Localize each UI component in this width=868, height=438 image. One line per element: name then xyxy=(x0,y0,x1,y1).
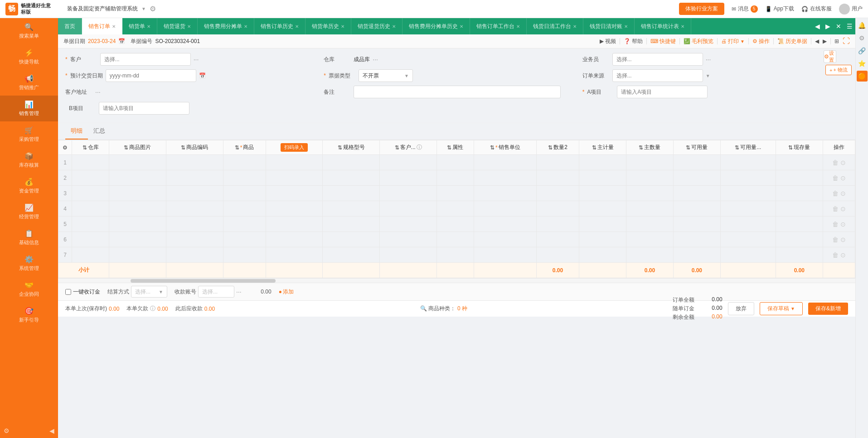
copy-icon-3[interactable]: ⊙ xyxy=(840,190,846,197)
cell-1-11[interactable] xyxy=(626,155,674,170)
sidebar-item-9[interactable]: ⚙️系统管理 xyxy=(0,250,58,276)
tab-8[interactable]: 销售费用分摊单历史✕ xyxy=(402,18,470,34)
cell-5-6[interactable] xyxy=(380,217,437,232)
help-btn[interactable]: ❓ 帮助 xyxy=(624,38,643,45)
cell-4-10[interactable] xyxy=(579,201,626,217)
cell-1-9[interactable] xyxy=(536,155,579,170)
save-draft-btn[interactable]: 保存草稿 ▼ xyxy=(760,302,803,315)
cell-5-8[interactable] xyxy=(474,217,536,232)
cell-1-5[interactable] xyxy=(323,155,380,170)
th-customer-code[interactable]: ⇅客户...ⓘ xyxy=(380,140,437,155)
cell-3-0[interactable] xyxy=(72,186,109,201)
cell-5-2[interactable] xyxy=(166,217,223,232)
sidebar-item-4[interactable]: 🛒采购管理 xyxy=(0,121,58,147)
cell-7-12[interactable] xyxy=(673,247,720,263)
save-new-btn[interactable]: 保存&新增 xyxy=(808,303,848,315)
tab-detail[interactable]: 明细 xyxy=(65,123,88,140)
tab-6[interactable]: 销货单历史✕ xyxy=(305,18,351,34)
cell-2-8[interactable] xyxy=(474,170,536,186)
cell-4-6[interactable] xyxy=(380,201,437,217)
cell-4-3[interactable] xyxy=(223,201,266,217)
cell-3-13[interactable] xyxy=(720,186,776,201)
th-product[interactable]: ⇅*商品 xyxy=(223,140,266,155)
delete-icon-5[interactable]: 🗑 xyxy=(832,221,839,228)
scroll-bar[interactable] xyxy=(58,278,855,283)
cell-4-2[interactable] xyxy=(166,201,223,217)
sidebar-item-2[interactable]: 📢营销推广 xyxy=(0,70,58,96)
cell-4-11[interactable] xyxy=(626,201,674,217)
delete-icon-1[interactable]: 🗑 xyxy=(832,159,839,166)
staff-more-icon[interactable]: ··· xyxy=(706,56,711,63)
sidebar-item-5[interactable]: 📦库存核算 xyxy=(0,147,58,173)
cell-1-4[interactable] xyxy=(266,155,323,170)
tab-7[interactable]: 销货退货历史✕ xyxy=(351,18,402,34)
cell-1-2[interactable] xyxy=(166,155,223,170)
address-more-icon[interactable]: ··· xyxy=(95,88,101,96)
cell-2-12[interactable] xyxy=(673,170,720,186)
cell-7-5[interactable] xyxy=(323,247,380,263)
cell-3-2[interactable] xyxy=(166,186,223,201)
tab-5[interactable]: 销售订单历史✕ xyxy=(254,18,305,34)
cell-1-8[interactable] xyxy=(474,155,536,170)
cell-1-14[interactable] xyxy=(776,155,823,170)
cell-2-3[interactable] xyxy=(223,170,266,186)
solution-btn[interactable]: 体验行业方案 xyxy=(679,3,724,15)
nav-prev-icon[interactable]: ◀ xyxy=(815,38,819,44)
account-select[interactable]: 选择... xyxy=(198,286,234,298)
cell-6-10[interactable] xyxy=(579,232,626,247)
sidebar-item-6[interactable]: 💰资金管理 xyxy=(0,173,58,199)
right-panel-icon-5[interactable]: 🟠 xyxy=(857,71,868,82)
history-btn[interactable]: 📜 历史单据 xyxy=(777,38,807,45)
cell-2-4[interactable] xyxy=(266,170,323,186)
delete-icon-6[interactable]: 🗑 xyxy=(832,236,839,243)
order-source-input[interactable] xyxy=(612,69,703,82)
cell-5-3[interactable] xyxy=(223,217,266,232)
cell-3-7[interactable] xyxy=(436,186,474,201)
sidebar-item-8[interactable]: 📋基础信息 xyxy=(0,225,58,250)
cell-6-7[interactable] xyxy=(436,232,474,247)
calendar-icon[interactable]: 📅 xyxy=(118,38,125,44)
cell-3-5[interactable] xyxy=(323,186,380,201)
profit-btn[interactable]: 💹 毛利预览 xyxy=(684,38,713,45)
preview-btn[interactable]: ▶ 视频 xyxy=(600,38,616,45)
messages-btn[interactable]: ✉ 消息 5 xyxy=(732,5,758,13)
cell-1-6[interactable] xyxy=(380,155,437,170)
delete-icon-3[interactable]: 🗑 xyxy=(832,190,839,197)
cell-6-9[interactable] xyxy=(536,232,579,247)
cell-6-8[interactable] xyxy=(474,232,536,247)
sidebar-item-0[interactable]: 🔍搜索菜单 xyxy=(0,18,58,44)
fullscreen-icon[interactable]: ⛶ xyxy=(843,37,850,45)
invoice-type-select[interactable]: 不开票 ▼ xyxy=(359,69,413,82)
cell-7-2[interactable] xyxy=(166,247,223,263)
th-attr[interactable]: ⇅属性 xyxy=(436,140,474,155)
delivery-calendar-icon[interactable]: 📅 xyxy=(199,72,206,79)
tab-9[interactable]: 销售订单工作台✕ xyxy=(470,18,527,34)
payment-method-select[interactable]: 选择... ▼ xyxy=(131,286,167,298)
th-current[interactable]: ⇅现存量 xyxy=(776,140,823,155)
tab-3[interactable]: 销货退货✕ xyxy=(157,18,198,34)
tab-0[interactable]: 首页 xyxy=(58,18,82,34)
cell-3-6[interactable] xyxy=(380,186,437,201)
tab-2[interactable]: 销货单✕ xyxy=(122,18,157,34)
tab-1[interactable]: 销售订单✕ xyxy=(82,18,122,34)
sidebar-item-3[interactable]: 📊销售管理 xyxy=(0,96,58,121)
collapse-icon[interactable]: ◀ xyxy=(49,427,54,434)
copy-icon-4[interactable]: ⊙ xyxy=(840,205,846,212)
customer-more-icon[interactable]: ··· xyxy=(194,56,199,63)
scan-btn[interactable]: 扫码录入 xyxy=(281,143,308,152)
tab-close-4[interactable]: ✕ xyxy=(244,24,247,29)
project-b-input[interactable] xyxy=(99,102,189,115)
copy-icon-6[interactable]: ⊙ xyxy=(840,236,846,243)
cell-7-4[interactable] xyxy=(266,247,323,263)
cell-3-12[interactable] xyxy=(673,186,720,201)
cell-7-11[interactable] xyxy=(626,247,674,263)
warehouse-more-icon[interactable]: ··· xyxy=(373,56,378,63)
cell-3-10[interactable] xyxy=(579,186,626,201)
cell-4-4[interactable] xyxy=(266,201,323,217)
cell-4-0[interactable] xyxy=(72,201,109,217)
tab-close-1[interactable]: ✕ xyxy=(112,24,116,29)
cell-7-14[interactable] xyxy=(776,247,823,263)
cell-5-0[interactable] xyxy=(72,217,109,232)
cell-6-2[interactable] xyxy=(166,232,223,247)
th-spec[interactable]: ⇅规格型号 xyxy=(323,140,380,155)
